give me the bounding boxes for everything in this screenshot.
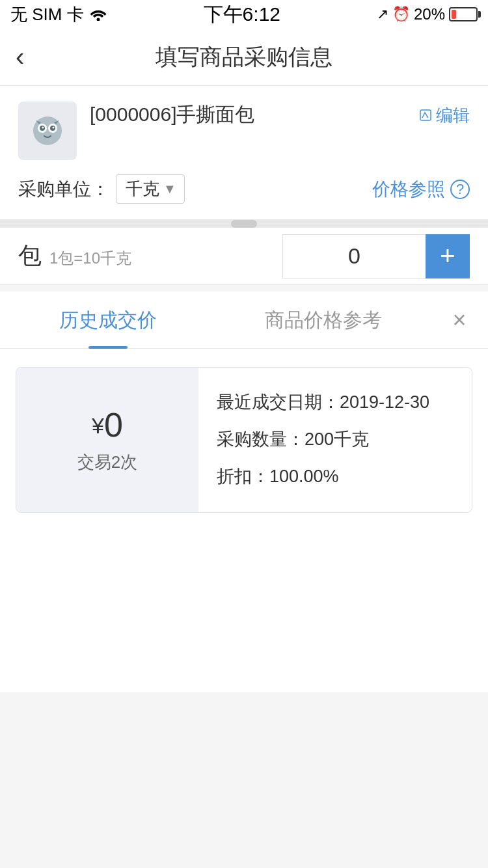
nav-bar: ‹ 填写商品采购信息 xyxy=(0,29,488,86)
page-title: 填写商品采购信息 xyxy=(156,42,332,72)
qty-plus-button[interactable]: + xyxy=(426,234,470,278)
edit-icon xyxy=(419,109,433,123)
tabs-header: 历史成交价 商品价格参考 × xyxy=(0,292,488,349)
product-info: [0000006]手撕面包 xyxy=(18,102,254,160)
history-right-panel: 最近成交日期：2019-12-30 采购数量：200千克 折扣：100.00% xyxy=(198,368,472,512)
edit-button[interactable]: 编辑 xyxy=(419,104,470,127)
svg-point-0 xyxy=(96,18,100,21)
wifi-icon xyxy=(89,8,107,21)
battery-icon xyxy=(449,7,478,21)
product-unit-row: 采购单位： 千克 ▼ 价格参照 ? xyxy=(18,174,470,204)
product-top-row: [0000006]手撕面包 编辑 xyxy=(18,102,470,160)
tab-history-price[interactable]: 历史成交价 xyxy=(0,292,215,349)
qty-unit-label: 包 xyxy=(18,240,42,272)
battery-percent: 20% xyxy=(414,5,445,23)
status-time: 下午6:12 xyxy=(204,1,280,28)
tabs-section: 历史成交价 商品价格参考 × ¥0 交易2次 最近成交日期：2019-12-30… xyxy=(0,292,488,692)
history-discount: 折扣：100.00% xyxy=(217,463,454,491)
svg-point-1 xyxy=(33,116,62,145)
quantity-input[interactable] xyxy=(282,234,426,278)
product-thumbnail xyxy=(18,102,77,160)
qty-conversion-label: 1包=10千克 xyxy=(49,248,131,269)
section-divider xyxy=(0,220,488,228)
location-icon: ↗ xyxy=(377,6,388,23)
product-card: [0000006]手撕面包 编辑 采购单位： 千克 ▼ 价格参照 ? xyxy=(0,86,488,220)
tab-price-reference[interactable]: 商品价格参考 xyxy=(215,292,431,349)
product-logo-svg xyxy=(28,111,67,150)
product-name-wrapper: [0000006]手撕面包 xyxy=(90,102,254,128)
history-left-panel: ¥0 交易2次 xyxy=(16,368,198,512)
history-date: 最近成交日期：2019-12-30 xyxy=(217,388,454,416)
history-quantity: 采购数量：200千克 xyxy=(217,426,454,454)
back-button[interactable]: ‹ xyxy=(16,42,24,72)
product-name: [0000006]手撕面包 xyxy=(90,103,254,125)
history-price-display: ¥0 xyxy=(92,405,123,444)
status-right-group: ↗ ⏰ 20% xyxy=(377,5,478,23)
qty-input-group: + xyxy=(282,234,470,278)
quantity-row: 包 1包=10千克 + xyxy=(0,228,488,285)
help-icon: ? xyxy=(450,180,470,199)
history-card: ¥0 交易2次 最近成交日期：2019-12-30 采购数量：200千克 折扣：… xyxy=(16,367,472,513)
alarm-icon: ⏰ xyxy=(392,6,410,23)
svg-point-6 xyxy=(42,127,44,129)
quantity-label-group: 包 1包=10千克 xyxy=(18,240,131,272)
tab-close-button[interactable]: × xyxy=(431,292,488,349)
status-bar: 无 SIM 卡 下午6:12 ↗ ⏰ 20% xyxy=(0,0,488,29)
unit-left: 采购单位： 千克 ▼ xyxy=(18,174,185,204)
unit-select-dropdown[interactable]: 千克 ▼ xyxy=(116,174,185,204)
tab-content-history: ¥0 交易2次 最近成交日期：2019-12-30 采购数量：200千克 折扣：… xyxy=(0,367,488,692)
svg-point-7 xyxy=(53,127,55,129)
dropdown-arrow-icon: ▼ xyxy=(163,182,176,197)
svg-rect-8 xyxy=(420,110,431,120)
price-reference-button[interactable]: 价格参照 ? xyxy=(372,177,470,202)
history-trades-count: 交易2次 xyxy=(77,451,137,474)
status-carrier: 无 SIM 卡 xyxy=(10,3,107,26)
